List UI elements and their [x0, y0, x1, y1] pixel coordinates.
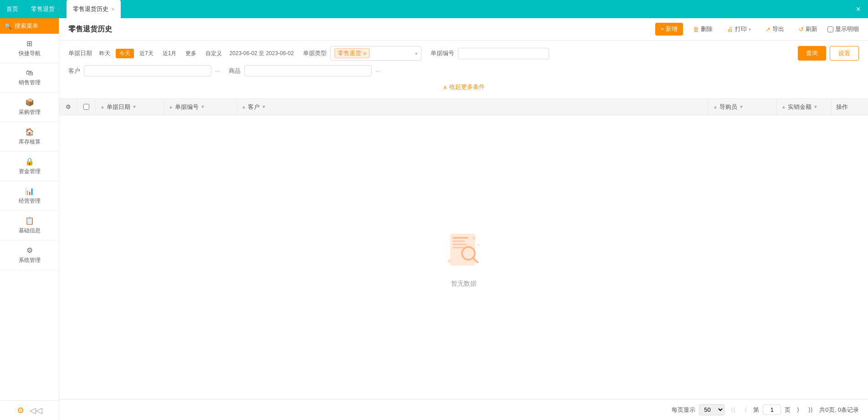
per-page-select[interactable]: 50 10 20 100	[699, 404, 724, 415]
empty-state: 暂无数据	[59, 115, 868, 399]
sidebar-item-sales-mgmt[interactable]: 🛍 销售管理	[0, 63, 59, 92]
sidebar-search[interactable]: 🔍 搜索菜单	[0, 18, 59, 34]
goods-ellipsis[interactable]: ···	[375, 68, 380, 74]
select-all-checkbox[interactable]	[83, 104, 89, 110]
date-btn-7days[interactable]: 近7天	[136, 49, 157, 58]
sort-desc-icon: ▼	[132, 104, 137, 109]
filter-area: 单据日期 昨天 今天 近7天 近1月 更多 自定义 2023-06-02 至 2…	[59, 41, 868, 99]
doc-type-tag-close[interactable]: ×	[363, 50, 367, 57]
tab-retail-return-close[interactable]: ×	[57, 6, 60, 12]
sidebar-item-basic-info-label: 基础信息	[19, 227, 41, 235]
sort-desc-icon-docno: ▼	[200, 104, 205, 109]
print-dropdown-icon: ▾	[749, 27, 751, 32]
table-header: ⚙ ▲ 单据日期 ▼ ▲ 单据编号 ▼ ▲ 客户 ▼	[59, 99, 868, 115]
refresh-button[interactable]: ↺ 刷新	[794, 23, 822, 36]
collapse-icon: ∧	[443, 84, 447, 91]
page-input[interactable]	[763, 405, 781, 415]
filter-settings-button[interactable]: 设置	[830, 46, 859, 61]
tab-retail-return-history-close[interactable]: ×	[111, 6, 114, 12]
new-button[interactable]: + 新增	[655, 23, 683, 36]
filter-customer: 客户 ···	[68, 65, 220, 77]
sidebar-item-basic-info[interactable]: 📋 基础信息	[0, 211, 59, 241]
th-operation: 操作	[832, 99, 868, 115]
basic-info-icon: 📋	[25, 216, 34, 225]
th-checkbox[interactable]	[77, 100, 96, 113]
export-button[interactable]: ↗ 导出	[761, 23, 789, 36]
sidebar-item-sales-label: 销售管理	[19, 79, 41, 87]
settings-bottom-icon[interactable]: ⚙	[17, 405, 24, 415]
tab-retail-return-history[interactable]: 零售退货历史 ×	[67, 0, 120, 18]
operations-icon: 📊	[25, 187, 34, 195]
content-area: 零售退货历史 + 新增 🗑 删除 🖨 打印 ▾ ↗ 导出	[59, 18, 868, 420]
sidebar-item-purchase-label: 采购管理	[19, 108, 41, 116]
date-btn-today[interactable]: 今天	[116, 49, 134, 58]
tab-home[interactable]: 首页	[0, 0, 25, 18]
filter-row-2: 客户 ··· 商品 ···	[68, 65, 859, 77]
date-btn-1month[interactable]: 近1月	[159, 49, 180, 58]
filter-date: 单据日期 昨天 今天 近7天 近1月 更多 自定义 2023-06-02 至 2…	[68, 49, 294, 58]
tab-home-label: 首页	[6, 5, 18, 13]
pagination-prev-button[interactable]: ⟨	[742, 405, 750, 414]
date-btn-yesterday[interactable]: 昨天	[96, 49, 114, 58]
filter-goods-input[interactable]	[244, 65, 372, 77]
query-button-label: 查询	[806, 50, 818, 56]
filter-goods: 商品 ···	[229, 65, 380, 77]
refresh-button-label: 刷新	[806, 25, 817, 33]
th-guide-label: 导购员	[719, 103, 737, 111]
date-btn-custom[interactable]: 自定义	[202, 49, 226, 58]
finance-icon: 🔒	[25, 157, 34, 166]
date-btn-more[interactable]: 更多	[182, 49, 200, 58]
quick-nav-icon: ⊞	[26, 39, 32, 48]
print-button[interactable]: 🖨 打印 ▾	[723, 23, 755, 36]
svg-rect-3	[452, 244, 467, 245]
table-area: ⚙ ▲ 单据日期 ▼ ▲ 单据编号 ▼ ▲ 客户 ▼	[59, 99, 868, 420]
sidebar-item-inventory-label: 库存核算	[19, 138, 41, 146]
settings-col-icon: ⚙	[66, 103, 71, 110]
th-date[interactable]: ▲ 单据日期 ▼	[96, 99, 164, 115]
search-icon: 🔍	[5, 23, 12, 30]
sidebar-item-quick-nav[interactable]: ⊞ 快捷导航	[0, 34, 59, 63]
delete-button[interactable]: 🗑 删除	[688, 23, 717, 36]
customer-ellipsis[interactable]: ···	[215, 68, 220, 74]
filter-customer-label: 客户	[68, 67, 80, 75]
th-amount-label: 实销金额	[788, 103, 812, 111]
th-amount[interactable]: ▲ 实销金额 ▼	[777, 99, 832, 115]
pagination-last-button[interactable]: ⟩⟩	[806, 405, 816, 414]
pagination-first-button[interactable]: ⟨⟨	[728, 405, 738, 414]
sidebar-item-finance-label: 资金管理	[19, 168, 41, 175]
print-button-label: 打印	[735, 25, 747, 33]
sidebar-item-operations[interactable]: 📊 经营管理	[0, 181, 59, 211]
query-button[interactable]: 查询	[798, 46, 826, 61]
sidebar-item-inventory[interactable]: 🏠 库存核算	[0, 122, 59, 152]
th-doc-no[interactable]: ▲ 单据编号 ▼	[164, 99, 237, 115]
system-icon: ⚙	[26, 246, 33, 255]
toolbar: + 新增 🗑 删除 🖨 打印 ▾ ↗ 导出 ↺ 刷新	[655, 23, 859, 36]
filter-date-label: 单据日期	[68, 49, 92, 57]
show-detail-checkbox[interactable]	[827, 26, 833, 32]
sort-asc-icon-customer: ▲	[241, 104, 246, 109]
th-operation-label: 操作	[836, 103, 848, 111]
th-guide[interactable]: ▲ 导购员 ▼	[709, 99, 777, 115]
sort-asc-icon-docno: ▲	[169, 104, 173, 109]
filter-customer-input[interactable]	[84, 65, 211, 77]
collapse-button[interactable]: ∧ 收起更多条件	[68, 81, 859, 93]
th-settings[interactable]: ⚙	[59, 100, 77, 114]
date-range-text: 2023-06-02 至 2023-06-02	[229, 50, 293, 57]
sidebar-item-finance[interactable]: 🔒 资金管理	[0, 152, 59, 181]
print-icon: 🖨	[727, 26, 733, 33]
svg-point-9	[478, 244, 479, 246]
sort-asc-icon-amount: ▲	[781, 104, 786, 109]
sidebar-item-purchase-mgmt[interactable]: 📦 采购管理	[0, 92, 59, 122]
filter-doc-no-label: 单据编号	[431, 49, 454, 57]
pagination-next-button[interactable]: ⟩	[794, 405, 802, 414]
page-unit-label: 页	[785, 406, 791, 414]
empty-text: 暂无数据	[451, 280, 477, 288]
sidebar-bottom: ⚙ ◁◁	[0, 400, 59, 420]
audio-bottom-icon[interactable]: ◁◁	[30, 405, 42, 415]
sidebar-item-system-mgmt[interactable]: ⚙ 系统管理	[0, 241, 59, 270]
tab-retail-return[interactable]: 零售退货 ×	[25, 0, 67, 18]
th-customer[interactable]: ▲ 客户 ▼	[237, 99, 709, 115]
filter-doc-type-select[interactable]: 零售退货 × ▾	[330, 46, 421, 61]
window-close-button[interactable]: ×	[848, 5, 868, 14]
filter-doc-no-input[interactable]	[458, 48, 549, 59]
